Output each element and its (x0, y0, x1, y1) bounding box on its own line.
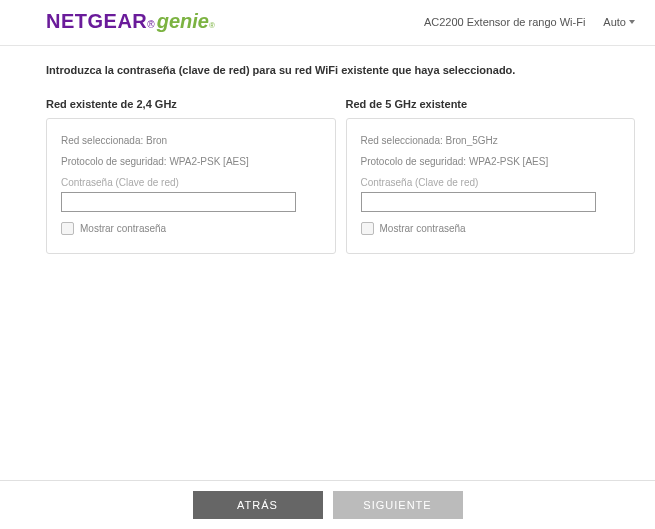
language-label: Auto (603, 16, 626, 28)
show-password-label-5: Mostrar contraseña (380, 223, 466, 234)
selected-value-24: Bron (146, 135, 167, 146)
logo-reg-icon: ® (147, 19, 154, 30)
header-right: AC2200 Extensor de rango Wi-Fi Auto (424, 16, 635, 28)
selected-label-5: Red seleccionada: (361, 135, 443, 146)
selected-network-5: Red seleccionada: Bron_5GHz (361, 135, 621, 146)
security-value-5: WPA2-PSK [AES] (469, 156, 548, 167)
security-value-24: WPA2-PSK [AES] (169, 156, 248, 167)
logo-sub-reg-icon: ® (209, 21, 215, 30)
password-label-24: Contraseña (Clave de red) (61, 177, 321, 188)
main-content: Introduzca la contraseña (clave de red) … (0, 46, 655, 254)
header: NETGEAR® genie® AC2200 Extensor de rango… (0, 0, 655, 46)
password-input-24[interactable] (61, 192, 296, 212)
panel-24ghz-title: Red existente de 2,4 GHz (46, 98, 336, 110)
panel-24ghz: Red seleccionada: Bron Protocolo de segu… (46, 118, 336, 254)
show-password-checkbox-5[interactable] (361, 222, 374, 235)
next-button[interactable]: SIGUIENTE (333, 491, 463, 519)
chevron-down-icon (629, 20, 635, 24)
logo-sub: genie (157, 10, 209, 33)
security-label-5: Protocolo de seguridad: (361, 156, 467, 167)
security-24: Protocolo de seguridad: WPA2-PSK [AES] (61, 156, 321, 167)
selected-label-24: Red seleccionada: (61, 135, 143, 146)
panels-row: Red existente de 2,4 GHz Red seleccionad… (46, 98, 635, 254)
footer: ATRÁS SIGUIENTE (0, 480, 655, 529)
show-password-label-24: Mostrar contraseña (80, 223, 166, 234)
instruction-text: Introduzca la contraseña (clave de red) … (46, 64, 635, 76)
selected-network-24: Red seleccionada: Bron (61, 135, 321, 146)
panel-5ghz: Red seleccionada: Bron_5GHz Protocolo de… (346, 118, 636, 254)
show-password-row-24[interactable]: Mostrar contraseña (61, 222, 321, 235)
panel-24ghz-col: Red existente de 2,4 GHz Red seleccionad… (46, 98, 336, 254)
security-label-24: Protocolo de seguridad: (61, 156, 167, 167)
password-label-5: Contraseña (Clave de red) (361, 177, 621, 188)
selected-value-5: Bron_5GHz (446, 135, 498, 146)
show-password-row-5[interactable]: Mostrar contraseña (361, 222, 621, 235)
logo-brand: NETGEAR (46, 10, 147, 33)
back-button[interactable]: ATRÁS (193, 491, 323, 519)
model-label: AC2200 Extensor de rango Wi-Fi (424, 16, 585, 28)
show-password-checkbox-24[interactable] (61, 222, 74, 235)
panel-5ghz-col: Red de 5 GHz existente Red seleccionada:… (346, 98, 636, 254)
logo: NETGEAR® genie® (46, 10, 215, 33)
password-input-5[interactable] (361, 192, 596, 212)
panel-5ghz-title: Red de 5 GHz existente (346, 98, 636, 110)
security-5: Protocolo de seguridad: WPA2-PSK [AES] (361, 156, 621, 167)
language-select[interactable]: Auto (603, 16, 635, 28)
